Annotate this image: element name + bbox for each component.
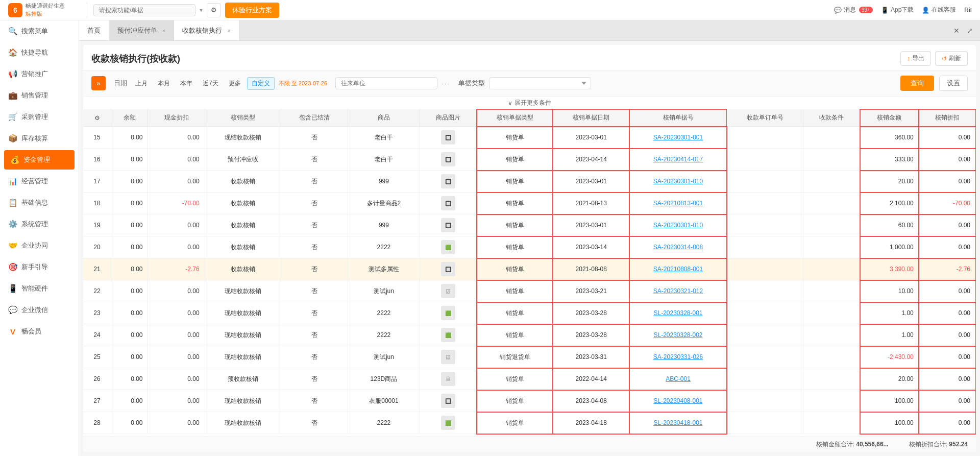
sidebar-item-system[interactable]: ⚙️ 系统管理: [0, 213, 79, 235]
query-btn[interactable]: 查询: [900, 76, 934, 91]
maximize-btn[interactable]: ⤢: [964, 25, 976, 37]
marketing-icon: 📢: [8, 69, 17, 79]
sidebar-item-corp-collab[interactable]: 🤝 企业协同: [0, 235, 79, 256]
table-wrapper[interactable]: ⚙ 余额 现金折扣 核销类型 包含已结清 商品 商品图片 核销单据类型 核销单据…: [83, 109, 976, 437]
cell-write-off-number[interactable]: SL-20230408-001: [629, 390, 727, 412]
search-input[interactable]: [93, 4, 195, 16]
cell-write-off-number[interactable]: SA-20230301-010: [629, 214, 727, 236]
close-window-btn[interactable]: ✕: [950, 25, 963, 37]
cell-write-off-date: 2023-04-14: [553, 149, 629, 171]
dropdown-arrow-icon[interactable]: ▾: [200, 7, 203, 14]
cell-balance: 0.00: [111, 214, 148, 236]
cell-write-off-number[interactable]: SL-20230328-002: [629, 324, 727, 346]
col-header-include-settled: 包含已结清: [281, 109, 348, 127]
user-profile[interactable]: Rit: [964, 7, 972, 14]
cell-balance: 0.00: [111, 346, 148, 368]
sidebar-item-operations[interactable]: 📊 经营管理: [0, 171, 79, 192]
cell-write-off-discount: 0.00: [919, 368, 975, 390]
refresh-btn[interactable]: ↺ 刷新: [935, 51, 968, 66]
cell-include-settled: 否: [281, 214, 348, 236]
sidebar-item-basic-info[interactable]: 📋 基础信息: [0, 192, 79, 213]
filter-expand-btn[interactable]: »: [91, 76, 106, 90]
tab-controls: ✕ ⤢: [946, 20, 980, 40]
cell-write-off-number[interactable]: ABC-001: [629, 368, 727, 390]
date-7days[interactable]: 近7天: [199, 78, 223, 89]
more-dots: ···: [442, 80, 450, 87]
cell-product-img: 🔲: [420, 127, 477, 149]
tab-prepay[interactable]: 预付冲应付单 ×: [109, 20, 174, 40]
sidebar-item-wechat[interactable]: 💬 企业微信: [0, 299, 79, 321]
sidebar-item-marketing[interactable]: 📢 营销推广: [0, 63, 79, 85]
cell-receipt-condition: [803, 390, 860, 412]
col-header-write-off-date: 核销单据日期: [553, 109, 629, 127]
table-row: 25 0.00 0.00 现结收款核销 否 测试jun 🖼 销货退货单 2023…: [83, 346, 976, 368]
tab-home[interactable]: 首页: [79, 20, 109, 40]
cell-balance: 0.00: [111, 171, 148, 193]
cell-write-off-number[interactable]: SA-20230301-001: [629, 127, 727, 149]
app-download-btn[interactable]: 📱 App下载: [881, 6, 914, 14]
industry-btn[interactable]: 休验行业方案: [225, 3, 279, 18]
sidebar-item-smart-hw[interactable]: 📱 智能硬件: [0, 278, 79, 299]
tab-receipt-label: 收款核销执行: [182, 26, 222, 35]
cell-write-off-type: 现结收款核销: [205, 302, 281, 324]
sidebar-label: 搜索菜单: [21, 27, 48, 36]
export-btn[interactable]: ↑ 导出: [900, 51, 931, 66]
cell-product-img: 🔲: [420, 149, 477, 171]
cell-include-settled: 否: [281, 193, 348, 214]
sidebar-item-quick-nav[interactable]: 🏠 快捷导航: [0, 42, 79, 63]
sidebar-item-search[interactable]: 🔍 搜索菜单: [0, 20, 79, 42]
cell-write-off-number[interactable]: SA-20230331-026: [629, 346, 727, 368]
cell-write-off-amount: 1.00: [860, 302, 919, 324]
cell-product-img: 🟩: [420, 236, 477, 258]
cell-write-off-number[interactable]: SA-20230314-008: [629, 236, 727, 258]
messages-btn[interactable]: 💬 消息 99+: [834, 6, 873, 14]
date-this-month[interactable]: 本月: [154, 78, 174, 89]
cell-write-off-number[interactable]: SL-20230418-001: [629, 412, 727, 434]
cell-seq: 22: [83, 280, 111, 302]
sidebar-item-vip[interactable]: V 畅会员: [0, 321, 79, 342]
cell-product: 123D商品: [348, 368, 420, 390]
cell-receipt-condition: [803, 368, 860, 390]
close-receipt-tab[interactable]: ×: [227, 28, 230, 34]
date-this-year[interactable]: 本年: [176, 78, 197, 89]
sidebar-item-newbie[interactable]: 🎯 新手引导: [0, 256, 79, 278]
cell-receipt-condition: [803, 236, 860, 258]
cell-write-off-number[interactable]: SA-20230414-017: [629, 149, 727, 171]
table-row: 19 0.00 0.00 收款核销 否 999 🔲 销货单 2023-03-01…: [83, 214, 976, 236]
date-last-month[interactable]: 上月: [131, 78, 152, 89]
cell-write-off-number[interactable]: SA-20210808-001: [629, 258, 727, 280]
cell-write-off-number[interactable]: SA-20230321-012: [629, 280, 727, 302]
cell-write-off-number[interactable]: SL-20230328-001: [629, 302, 727, 324]
cell-write-off-discount: 0.00: [919, 236, 975, 258]
sidebar-item-inventory[interactable]: 📦 库存核算: [0, 128, 79, 149]
date-more[interactable]: 更多: [225, 78, 245, 89]
online-service-btn[interactable]: 👤 在线客服: [922, 6, 956, 14]
settings-icon[interactable]: ⚙: [207, 3, 221, 17]
date-custom[interactable]: 自定义: [247, 77, 275, 90]
cell-write-off-discount: 0.00: [919, 324, 975, 346]
cell-write-off-amount: 1.00: [860, 324, 919, 346]
top-bar: 6 畅捷通谱好生意标推版 ▾ ⚙ 休验行业方案 💬 消息 99+ 📱 App下载…: [0, 0, 980, 20]
partner-input[interactable]: [335, 77, 437, 89]
sidebar-label: 经营管理: [21, 177, 48, 186]
bill-type-select[interactable]: [489, 77, 591, 89]
cell-write-off-number[interactable]: SA-20210813-001: [629, 193, 727, 214]
cell-balance: 0.00: [111, 412, 148, 434]
tab-receipt-write-off[interactable]: 收款核销执行 ×: [174, 20, 239, 40]
cell-write-off-number[interactable]: SA-20230301-010: [629, 171, 727, 193]
col-header-receipt-condition: 收款条件: [803, 109, 860, 127]
sidebar-item-sales[interactable]: 💼 销售管理: [0, 85, 79, 106]
cell-write-off-discount: 0.00: [919, 214, 975, 236]
cell-write-off-bill-type: 销货单: [477, 127, 553, 149]
sidebar-item-capital[interactable]: 💰 资金管理: [4, 150, 75, 170]
cell-write-off-bill-type: 销货单: [477, 149, 553, 171]
settings-btn[interactable]: 设置: [939, 76, 968, 91]
close-prepay-tab[interactable]: ×: [162, 28, 165, 34]
export-icon: ↑: [907, 55, 910, 62]
cell-write-off-date: 2021-08-13: [553, 193, 629, 214]
sidebar-item-purchase[interactable]: 🛒 采购管理: [0, 106, 79, 128]
cell-product-img: 🖼: [420, 346, 477, 368]
filter-bar: » 日期 上月 本月 本年 近7天 更多 自定义 不限 至 2023-07-26: [83, 70, 976, 97]
cell-cash-discount: -70.00: [148, 193, 205, 214]
expand-more-btn[interactable]: ∨ 展开更多条件: [83, 97, 976, 109]
